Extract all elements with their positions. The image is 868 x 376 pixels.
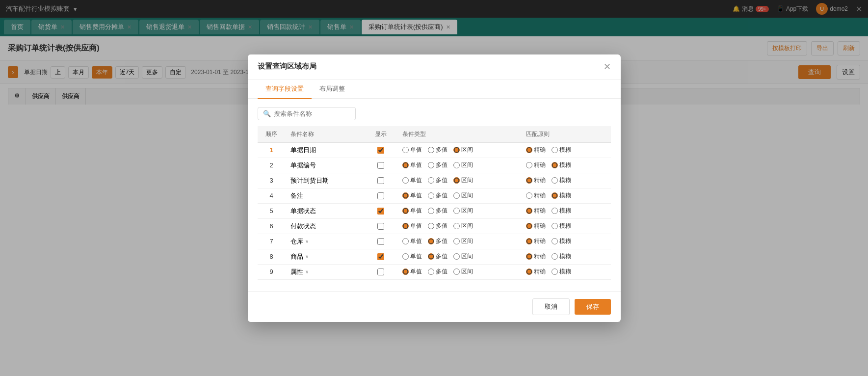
row-type-区间[interactable]: 区间 xyxy=(453,161,473,169)
row-order: 2 xyxy=(258,158,286,173)
row-display-checkbox[interactable] xyxy=(377,162,384,169)
row-type-多值[interactable]: 多值 xyxy=(428,283,447,283)
col-display: 显示 xyxy=(364,126,398,143)
row-match-模糊[interactable]: 模糊 xyxy=(552,237,571,245)
row-match-cell: 精确模糊 xyxy=(521,142,611,158)
row-match-精确[interactable]: 精确 xyxy=(526,222,546,230)
row-type-多值[interactable]: 多值 xyxy=(428,268,447,276)
row-match-精确[interactable]: 精确 xyxy=(526,283,546,283)
row-display-cell xyxy=(364,218,398,234)
row-display-checkbox[interactable] xyxy=(377,177,384,184)
row-display-checkbox[interactable] xyxy=(377,147,384,154)
tab-layout-adjust[interactable]: 布局调整 xyxy=(312,80,353,99)
row-type-区间[interactable]: 区间 xyxy=(453,268,473,276)
row-display-cell xyxy=(364,264,398,279)
row-type-区间[interactable]: 区间 xyxy=(453,176,473,185)
search-bar: 🔍 xyxy=(258,107,356,120)
search-input[interactable] xyxy=(274,110,342,117)
modal-body: 🔍 顺序 条件名称 显示 条件类型 匹配原则 xyxy=(248,99,621,291)
row-match-cell: 精确模糊 xyxy=(521,264,611,279)
row-type-区间[interactable]: 区间 xyxy=(453,283,473,283)
row-name: 预计到货日期 xyxy=(286,173,364,188)
row-display-checkbox[interactable] xyxy=(377,253,384,260)
row-match-模糊[interactable]: 模糊 xyxy=(552,207,571,215)
modal-overlay: 设置查询区域布局 ✕ 查询字段设置 布局调整 🔍 xyxy=(0,0,868,376)
row-type-多值[interactable]: 多值 xyxy=(428,237,447,245)
cancel-button[interactable]: 取消 xyxy=(532,298,570,315)
row-match-模糊[interactable]: 模糊 xyxy=(552,268,571,276)
row-order: 9 xyxy=(258,264,286,279)
row-type-多值[interactable]: 多值 xyxy=(428,207,447,215)
row-match-精确[interactable]: 精确 xyxy=(526,237,546,245)
row-type-多值[interactable]: 多值 xyxy=(428,161,447,169)
row-match-模糊[interactable]: 模糊 xyxy=(552,252,571,261)
row-type-cell: 单值多值区间 xyxy=(397,218,521,234)
row-display-checkbox[interactable] xyxy=(377,223,384,230)
row-type-单值[interactable]: 单值 xyxy=(402,252,422,261)
row-name: 单据状态 xyxy=(286,203,364,218)
row-match-cell: 精确模糊 xyxy=(521,234,611,249)
row-type-cell: 单值多值区间 xyxy=(397,158,521,173)
conditions-scroll-area[interactable]: 顺序 条件名称 显示 条件类型 匹配原则 1单据日期单值多值区间精确模糊2单据编… xyxy=(258,126,611,283)
row-match-精确[interactable]: 精确 xyxy=(526,176,546,185)
tab-field-settings-label: 查询字段设置 xyxy=(265,85,304,92)
row-type-单值[interactable]: 单值 xyxy=(402,146,422,154)
row-name: 商品 ∨ xyxy=(286,249,364,264)
row-type-区间[interactable]: 区间 xyxy=(453,237,473,245)
row-type-区间[interactable]: 区间 xyxy=(453,146,473,154)
row-display-checkbox[interactable] xyxy=(377,208,384,215)
row-type-区间[interactable]: 区间 xyxy=(453,222,473,230)
row-display-cell xyxy=(364,249,398,264)
row-type-多值[interactable]: 多值 xyxy=(428,176,447,185)
row-display-cell xyxy=(364,203,398,218)
row-match-模糊[interactable]: 模糊 xyxy=(552,191,571,200)
row-type-cell: 单值多值区间 xyxy=(397,188,521,203)
row-type-单值[interactable]: 单值 xyxy=(402,222,422,230)
row-type-区间[interactable]: 区间 xyxy=(453,252,473,261)
row-match-精确[interactable]: 精确 xyxy=(526,252,546,261)
modal-tabs: 查询字段设置 布局调整 xyxy=(248,80,621,99)
row-match-模糊[interactable]: 模糊 xyxy=(552,146,571,154)
row-match-模糊[interactable]: 模糊 xyxy=(552,176,571,185)
row-display-checkbox[interactable] xyxy=(377,269,384,275)
row-display-checkbox[interactable] xyxy=(377,192,384,199)
row-match-模糊[interactable]: 模糊 xyxy=(552,283,571,283)
settings-modal: 设置查询区域布局 ✕ 查询字段设置 布局调整 🔍 xyxy=(248,54,621,322)
row-type-单值[interactable]: 单值 xyxy=(402,237,422,245)
row-type-单值[interactable]: 单值 xyxy=(402,176,422,185)
row-type-多值[interactable]: 多值 xyxy=(428,252,447,261)
row-type-单值[interactable]: 单值 xyxy=(402,283,422,283)
row-type-多值[interactable]: 多值 xyxy=(428,146,447,154)
row-type-多值[interactable]: 多值 xyxy=(428,191,447,200)
row-match-精确[interactable]: 精确 xyxy=(526,161,546,169)
row-type-cell: 单值多值区间 xyxy=(397,173,521,188)
row-display-cell xyxy=(364,158,398,173)
row-match-精确[interactable]: 精确 xyxy=(526,191,546,200)
row-match-精确[interactable]: 精确 xyxy=(526,268,546,276)
row-type-单值[interactable]: 单值 xyxy=(402,161,422,169)
row-type-单值[interactable]: 单值 xyxy=(402,207,422,215)
row-type-cell: 单值多值区间 xyxy=(397,249,521,264)
row-match-精确[interactable]: 精确 xyxy=(526,146,546,154)
row-type-区间[interactable]: 区间 xyxy=(453,207,473,215)
save-button[interactable]: 保存 xyxy=(575,299,611,315)
tab-field-settings[interactable]: 查询字段设置 xyxy=(258,80,312,99)
row-match-模糊[interactable]: 模糊 xyxy=(552,222,571,230)
row-type-多值[interactable]: 多值 xyxy=(428,222,447,230)
modal-close-button[interactable]: ✕ xyxy=(604,61,611,72)
row-name: 付款状态 xyxy=(286,218,364,234)
col-order: 顺序 xyxy=(258,126,286,143)
modal-footer: 取消 保存 xyxy=(248,291,621,322)
row-match-模糊[interactable]: 模糊 xyxy=(552,161,571,169)
row-display-checkbox[interactable] xyxy=(377,238,384,245)
row-type-cell: 单值多值区间 xyxy=(397,279,521,283)
row-type-cell: 单值多值区间 xyxy=(397,203,521,218)
row-type-区间[interactable]: 区间 xyxy=(453,191,473,200)
row-type-单值[interactable]: 单值 xyxy=(402,191,422,200)
row-order: 8 xyxy=(258,249,286,264)
row-order: 5 xyxy=(258,203,286,218)
row-display-cell xyxy=(364,234,398,249)
conditions-table: 顺序 条件名称 显示 条件类型 匹配原则 1单据日期单值多值区间精确模糊2单据编… xyxy=(258,126,611,283)
row-type-单值[interactable]: 单值 xyxy=(402,268,422,276)
row-match-精确[interactable]: 精确 xyxy=(526,207,546,215)
